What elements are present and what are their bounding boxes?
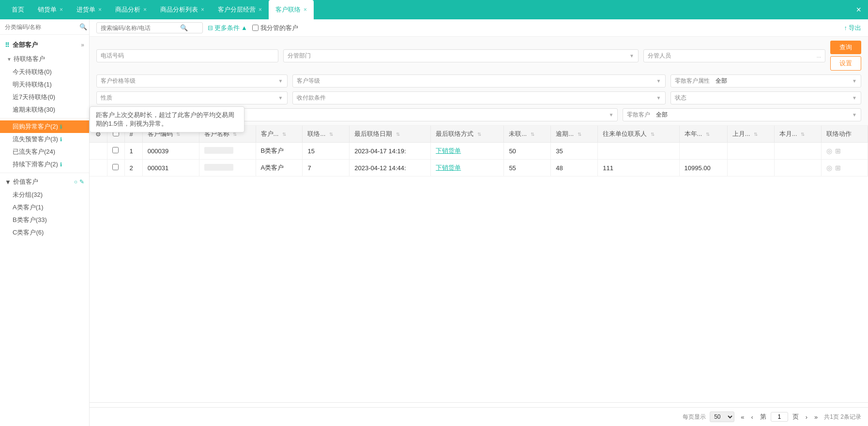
close-icon[interactable]: × (304, 0, 307, 19)
page-number-input[interactable] (771, 412, 788, 422)
data-table-area[interactable]: ⚙ # 客户编码 ⇅ 客户名称 ⇅ (90, 126, 868, 402)
nav-customer-contact[interactable]: 客户联络 × (269, 0, 314, 19)
query-button[interactable]: 查询 (830, 41, 861, 54)
th-this-month[interactable]: 本月... ⇅ (774, 126, 821, 143)
close-icon[interactable]: × (98, 0, 102, 19)
expand-arrow-icon: ▼ (5, 178, 11, 186)
sidebar-item-unclassified[interactable]: 未分组(32) (0, 189, 89, 201)
close-icon[interactable]: × (201, 0, 204, 19)
td-action: ◎ ⊞ (821, 143, 868, 160)
th-this-year[interactable]: 本年... ⇅ (679, 126, 727, 143)
th-overdue[interactable]: 逾期... ⇅ (551, 126, 598, 143)
th-no-order[interactable]: 未联... ⇅ (504, 126, 551, 143)
sidebar-item-churn-warning[interactable]: 流失预警客户(3) ℹ (0, 133, 89, 146)
prev-page-button[interactable]: ‹ (748, 412, 755, 422)
settings-button[interactable]: 设置 (830, 56, 861, 71)
branch-person-field[interactable]: 分管人员 ... (643, 49, 825, 62)
price-level-field[interactable]: 客户价格等级 ▼ (96, 74, 288, 88)
close-icon[interactable]: × (60, 0, 63, 19)
edit-icon[interactable]: ○ (74, 178, 77, 185)
search-icon[interactable]: 🔍 (180, 24, 188, 31)
retail-attr-field[interactable]: 零散客户属性 全部 ▼ (670, 74, 862, 88)
row-checkbox[interactable] (112, 147, 119, 153)
eye-icon[interactable]: ◎ (826, 164, 832, 172)
td-last-date: 2023-04-12 14:44: (350, 160, 431, 176)
info-icon: ℹ (60, 136, 62, 143)
category-search-input[interactable] (5, 24, 77, 30)
td-code: 000039 (142, 143, 199, 160)
info-icon: ℹ (60, 162, 62, 168)
sidebar-item-class-a[interactable]: A类客户(1) (0, 201, 89, 214)
sidebar-item-overdue-contact[interactable]: 逾期未联络(30) (0, 103, 89, 116)
eye-icon[interactable]: ◎ (826, 147, 832, 155)
grid-small-icon[interactable]: ⊞ (835, 147, 841, 155)
sidebar-item-all-customers[interactable]: ⠿ 全部客户 » (0, 38, 89, 52)
table-row: 2 000031 A类客户 7 2023-04-12 14:44: 下销货单 5… (90, 160, 868, 176)
chevron-down-icon: ▼ (278, 78, 283, 84)
next-page-button[interactable]: › (803, 412, 810, 422)
payment-terms-field[interactable]: 收付款条件 ▼ (292, 91, 666, 104)
row-checkbox[interactable] (112, 164, 119, 170)
th-last-contact-date[interactable]: 最后联络日期 ⇅ (350, 126, 431, 143)
td-last-method[interactable]: 下销货单 (431, 143, 504, 160)
th-contact[interactable]: 联络... ⇅ (303, 126, 350, 143)
collapse-icon[interactable]: » (81, 42, 84, 48)
export-icon: ↑ (844, 24, 848, 31)
sidebar-item-class-c[interactable]: C类客户(6) (0, 226, 89, 239)
sidebar-item-repurchase-abnormal[interactable]: 回购异常客户(2) ℹ (0, 120, 89, 133)
close-icon[interactable]: × (143, 0, 147, 19)
horizontal-scrollbar[interactable] (90, 402, 868, 407)
close-all-tabs-icon[interactable]: × (856, 5, 861, 15)
table-row: 1 000039 B类客户 15 2023-04-17 14:19: 下销货单 … (90, 143, 868, 160)
sidebar-item-value-customers[interactable]: ▼ 价值客户 ○ ✎ (0, 175, 89, 189)
search-input[interactable] (101, 25, 178, 31)
status-field[interactable]: 状态 ▼ (670, 91, 862, 104)
branch-dept-field[interactable]: 分管部门 ▼ (283, 49, 639, 62)
more-conditions-button[interactable]: ⊟ 更多条件 ▲ (208, 24, 247, 32)
th-last-contact-method[interactable]: 最后联络方式 ⇅ (431, 126, 504, 143)
sidebar-item-churned[interactable]: 已流失客户(24) (0, 146, 89, 158)
td-checkbox[interactable] (107, 160, 124, 176)
nav-product-analysis-list[interactable]: 商品分析列表 × (153, 0, 211, 19)
retail-customer-field[interactable]: 零散客户 全部 ▼ (623, 108, 861, 121)
sort-icon: ⇅ (706, 132, 710, 137)
customer-level-field[interactable]: 客户等级 ▼ (292, 74, 666, 88)
phone-field[interactable]: 电话号码 (96, 49, 278, 62)
first-page-button[interactable]: « (738, 412, 746, 422)
sidebar-item-declining[interactable]: 持续下滑客户(2) ℹ (0, 158, 89, 171)
search-icon[interactable]: 🔍 (79, 23, 87, 30)
grid-small-icon[interactable]: ⊞ (835, 164, 841, 172)
my-customers-checkbox[interactable] (252, 25, 259, 31)
per-page-select[interactable]: 50 20 100 (710, 411, 734, 422)
export-button[interactable]: ↑ 导出 (844, 24, 862, 32)
td-contact: 15 (303, 143, 350, 160)
td-this-month (774, 143, 821, 160)
th-company-contact[interactable]: 往来单位联系人 ⇅ (598, 126, 679, 143)
gender-field[interactable]: 性质 ▼ (96, 91, 288, 104)
sort-icon: ⇅ (801, 132, 805, 137)
sort-icon: ⇅ (329, 132, 333, 137)
th-last-month[interactable]: 上月... ⇅ (727, 126, 774, 143)
sidebar-item-pending-contact[interactable]: ▼ 待联络客户 (0, 52, 89, 66)
sidebar: 🔍 ⠿ 全部客户 » ▼ 待联络客户 今天待联络(0) 明天待联络(1) 近7天… (0, 19, 90, 426)
config-icon[interactable]: ✎ (79, 178, 84, 185)
sidebar-item-today-pending[interactable]: 今天待联络(0) (0, 66, 89, 78)
td-last-month (727, 143, 774, 160)
nav-product-analysis[interactable]: 商品分析 × (108, 0, 153, 19)
td-this-year (679, 143, 727, 160)
nav-sales-order[interactable]: 销货单 × (31, 0, 70, 19)
td-last-method[interactable]: 下销货单 (431, 160, 504, 176)
last-page-button[interactable]: » (812, 412, 820, 422)
nav-customer-tier[interactable]: 客户分层经营 × (211, 0, 269, 19)
sidebar-item-7days-pending[interactable]: 近7天待联络(0) (0, 91, 89, 103)
sidebar-item-tomorrow-pending[interactable]: 明天待联络(1) (0, 78, 89, 91)
sidebar-item-class-b[interactable]: B类客户(33) (0, 214, 89, 226)
th-type[interactable]: 客户... ⇅ (256, 126, 303, 143)
td-type: B类客户 (256, 143, 303, 160)
close-icon[interactable]: × (259, 0, 262, 19)
sidebar-tree: ⠿ 全部客户 » ▼ 待联络客户 今天待联络(0) 明天待联络(1) 近7天待联… (0, 35, 89, 426)
nav-home[interactable]: 首页 (5, 0, 31, 19)
nav-purchase-order[interactable]: 进货单 × (70, 0, 108, 19)
filter-row-2: 客户价格等级 ▼ 客户等级 ▼ 零散客户属性 全部 ▼ (96, 74, 861, 88)
td-checkbox[interactable] (107, 143, 124, 160)
